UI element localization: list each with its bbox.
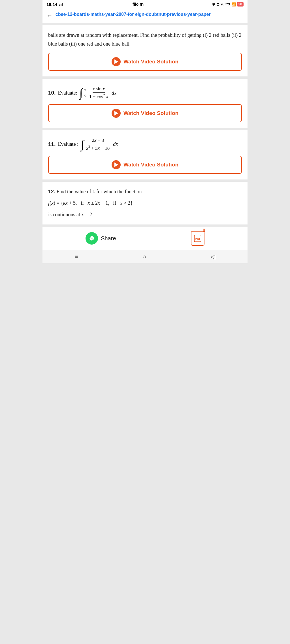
carrier-display: filo m — [133, 2, 144, 7]
card-11: 11. Evaluate : ∫ 2x − 3 x2 + 3x − 18 dx … — [42, 130, 248, 179]
question-9-text: balls are drawn at random with replaceme… — [48, 31, 242, 48]
watch-video-button-11[interactable]: Watch Video Solution — [48, 156, 242, 174]
whatsapp-icon — [86, 232, 98, 245]
integral-expr-11: ∫ 2x − 3 x2 + 3x − 18 dx — [81, 138, 118, 151]
play-icon-9 — [112, 57, 121, 66]
share-button[interactable]: Share — [86, 232, 116, 245]
question-12-text: 12. Find the value of k for which the fu… — [48, 187, 242, 219]
question-10-math: 10. Evaluate: ∫ π 0 x sin x 1 + cos2 x d… — [48, 86, 242, 100]
status-right: ✱ ⊙ Yo ⁵⁴G 📶 30 — [212, 2, 244, 7]
download-arrow-icon: ⬇ — [202, 228, 206, 234]
denominator-10: 1 + cos2 x — [89, 93, 108, 100]
bottom-bar: Share ⬇ PDF — [42, 227, 248, 250]
play-icon-11 — [112, 160, 121, 169]
question-10-number: 10. — [48, 90, 56, 96]
numerator-10: x sin x — [93, 86, 105, 93]
evaluate-label-10: Evaluate: — [58, 90, 77, 96]
question-11-math: 11. Evaluate : ∫ 2x − 3 x2 + 3x − 18 dx — [48, 138, 242, 151]
svg-rect-1 — [61, 4, 61, 6]
back-nav-icon[interactable]: ◁ — [210, 253, 215, 260]
nav-bar: ≡ ○ ◁ — [42, 250, 248, 263]
numerator-11: 2x − 3 — [92, 138, 104, 144]
whatsapp-svg — [88, 235, 95, 242]
share-label: Share — [101, 235, 116, 242]
page-title: cbse-12-boards-maths-year-2007-for eign-… — [56, 11, 211, 18]
watch-btn-label-10: Watch Video Solution — [123, 110, 178, 116]
integral-expr-10: ∫ π 0 x sin x 1 + cos2 x dx — [79, 86, 116, 100]
watch-video-button-9[interactable]: Watch Video Solution — [48, 53, 242, 71]
card-12: 12. Find the value of k for which the fu… — [42, 182, 248, 225]
question-11-number: 11. — [48, 141, 56, 147]
fraction-11: 2x − 3 x2 + 3x − 18 — [86, 138, 110, 151]
status-bar: 16:14 filo m ✱ ⊙ Yo ⁵⁴G 📶 30 — [42, 0, 248, 8]
question-12-number: 12. — [48, 189, 55, 194]
content-area: balls are drawn at random with replaceme… — [42, 25, 248, 224]
pdf-button[interactable]: ⬇ PDF — [191, 231, 204, 246]
watch-btn-label-9: Watch Video Solution — [123, 59, 178, 65]
denominator-11: x2 + 3x − 18 — [86, 144, 110, 151]
svg-rect-2 — [62, 3, 63, 6]
dx-label-11: dx — [113, 141, 118, 147]
evaluate-label-11: Evaluate : — [58, 141, 78, 147]
dx-label-10: dx — [112, 90, 116, 96]
watch-btn-label-11: Watch Video Solution — [123, 162, 178, 168]
pdf-svg-icon: PDF — [194, 234, 202, 242]
back-button[interactable]: ← — [46, 12, 53, 19]
integral-bounds-10: π 0 — [84, 88, 86, 98]
card-10: 10. Evaluate: ∫ π 0 x sin x 1 + cos2 x d… — [42, 79, 248, 128]
integral-sign-10: ∫ — [79, 87, 83, 99]
card-9: balls are drawn at random with replaceme… — [42, 25, 248, 76]
svg-text:PDF: PDF — [195, 237, 201, 241]
fraction-10: x sin x 1 + cos2 x — [89, 86, 108, 100]
menu-icon[interactable]: ≡ — [75, 253, 78, 260]
svg-rect-0 — [59, 5, 60, 6]
header: ← cbse-12-boards-maths-year-2007-for eig… — [42, 8, 248, 23]
signal-icon — [59, 2, 64, 7]
watch-video-button-10[interactable]: Watch Video Solution — [48, 104, 242, 122]
play-icon-10 — [112, 109, 121, 118]
integral-sign-11: ∫ — [81, 138, 84, 150]
battery-badge: 30 — [237, 2, 244, 7]
time-display: 16:14 — [46, 2, 57, 7]
home-icon[interactable]: ○ — [142, 253, 146, 260]
pdf-icon-box: ⬇ PDF — [191, 231, 204, 246]
status-left: 16:14 — [46, 2, 64, 7]
